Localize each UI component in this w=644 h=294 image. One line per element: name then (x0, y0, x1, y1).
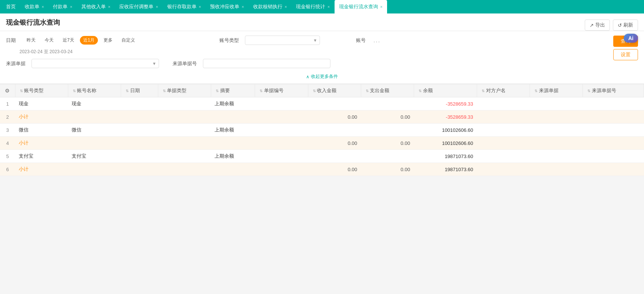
nav-other-income[interactable]: 其他收入单 × (77, 0, 115, 13)
date-btn-7days[interactable]: 近7天 (59, 36, 78, 45)
col-date[interactable]: ⇅ 日期 (121, 84, 158, 97)
source-doc-chevron: ▾ (153, 61, 156, 66)
date-options: 昨天 今天 近7天 近1月 更多 自定义 (23, 36, 138, 45)
row-doc-type-2 (158, 124, 211, 137)
col-expense-sort: ⇅ (366, 89, 369, 93)
row-summary-1 (211, 110, 255, 124)
col-income[interactable]: ⇅ 收入金额 (308, 84, 361, 97)
refresh-button[interactable]: ↺ 刷新 (613, 19, 638, 31)
row-doc-type-3 (158, 137, 211, 150)
row-date-5 (121, 163, 158, 176)
row-counterpart-1 (477, 110, 530, 124)
date-btn-1month[interactable]: 近1月 (80, 36, 98, 45)
account-more-dots[interactable]: ... (373, 37, 380, 44)
account-type-chevron: ▾ (314, 37, 317, 43)
row-summary-4: 上期余额 (211, 150, 255, 163)
nav-receipt-close[interactable]: × (42, 0, 44, 13)
col-doc-no-label: 单据编号 (264, 88, 284, 93)
table-row: 4 小计 0.00 0.00 100102606.60 (0, 137, 644, 150)
col-account-name[interactable]: ⇅ 账号名称 (68, 84, 121, 97)
row-counterpart-0 (477, 97, 530, 110)
gear-icon[interactable]: ⚙ (5, 88, 10, 94)
date-btn-today[interactable]: 今天 (41, 36, 57, 45)
row-summary-3 (211, 137, 255, 150)
col-source-doc[interactable]: ⇅ 来源单据 (530, 84, 583, 97)
row-expense-2 (361, 124, 414, 137)
export-button[interactable]: ↗ 导出 (585, 19, 610, 31)
table-area: ⚙ ⇅ 账号类型 ⇅ 账号名称 ⇅ 日期 ⇅ 单据类型 (0, 84, 644, 176)
nav-collection[interactable]: 收款核销执行 × (249, 0, 291, 13)
row-num-4: 5 (0, 150, 15, 163)
nav-cash-stats-close[interactable]: × (327, 0, 330, 13)
row-account-type-5: 小计 (15, 163, 68, 176)
row-source-doc-no-0 (583, 97, 644, 110)
col-doc-type-label: 单据类型 (167, 88, 186, 93)
nav-prepaid[interactable]: 预收冲应收单 × (206, 0, 248, 13)
ai-badge[interactable]: Ai (624, 34, 638, 43)
nav-other-income-close[interactable]: × (108, 0, 110, 13)
nav-home-label: 首页 (6, 0, 16, 13)
setting-button[interactable]: 设置 (613, 49, 638, 60)
col-source-doc-no[interactable]: ⇅ 来源单据号 (583, 84, 644, 97)
col-summary[interactable]: ⇅ 摘要 (211, 84, 255, 97)
top-nav: 首页 收款单 × 付款单 × 其他收入单 × 应收应付调整单 × 银行存取款单 … (0, 0, 644, 13)
col-settings[interactable]: ⚙ (0, 84, 15, 97)
nav-adjustment-close[interactable]: × (156, 0, 158, 13)
source-doc-no-input[interactable] (203, 59, 330, 68)
col-summary-sort: ⇅ (216, 89, 219, 93)
nav-cash-flow-close[interactable]: × (380, 0, 383, 13)
nav-cash-stats[interactable]: 现金银行统计 × (291, 0, 334, 13)
nav-bank-deposit[interactable]: 银行存取款单 × (163, 0, 206, 13)
source-doc-select[interactable]: ▾ (32, 59, 159, 68)
nav-collection-close[interactable]: × (285, 0, 287, 13)
row-balance-2: 100102606.60 (414, 124, 477, 137)
nav-bank-deposit-label: 银行存取款单 (167, 0, 197, 13)
col-counterpart-label: 对方户名 (486, 88, 506, 93)
date-btn-yesterday[interactable]: 昨天 (23, 36, 39, 45)
nav-bank-deposit-close[interactable]: × (199, 0, 201, 13)
nav-home[interactable]: 首页 (2, 0, 20, 13)
row-account-type-4: 支付宝 (15, 150, 68, 163)
nav-payment-close[interactable]: × (70, 0, 72, 13)
col-counterpart[interactable]: ⇅ 对方户名 (477, 84, 530, 97)
col-balance[interactable]: ⇅ 余额 (414, 84, 477, 97)
col-doc-type-sort: ⇅ (163, 89, 166, 93)
date-btn-custom[interactable]: 自定义 (118, 36, 138, 45)
nav-payment[interactable]: 付款单 × (48, 0, 77, 13)
row-income-2 (308, 124, 361, 137)
col-doc-type[interactable]: ⇅ 单据类型 (158, 84, 211, 97)
nav-cash-stats-label: 现金银行统计 (296, 0, 325, 13)
row-num-0: 1 (0, 97, 15, 110)
collapse-bar[interactable]: ∧ 收起更多条件 (6, 72, 638, 81)
date-btn-more[interactable]: 更多 (100, 36, 116, 45)
row-doc-no-3 (255, 137, 308, 150)
nav-prepaid-close[interactable]: × (242, 0, 244, 13)
col-account-type-sort: ⇅ (20, 89, 23, 93)
row-account-type-1: 小计 (15, 110, 68, 124)
row-source-doc-0 (530, 97, 583, 110)
col-doc-no[interactable]: ⇅ 单据编号 (255, 84, 308, 97)
nav-receipt[interactable]: 收款单 × (20, 0, 48, 13)
row-date-3 (121, 137, 158, 150)
row-doc-type-5 (158, 163, 211, 176)
col-doc-no-sort: ⇅ (260, 89, 263, 93)
row-counterpart-2 (477, 124, 530, 137)
row-expense-0 (361, 97, 414, 110)
col-expense[interactable]: ⇅ 支出金额 (361, 84, 414, 97)
row-source-doc-1 (530, 110, 583, 124)
nav-adjustment[interactable]: 应收应付调整单 × (115, 0, 162, 13)
row-account-name-3 (68, 137, 121, 150)
col-account-type[interactable]: ⇅ 账号类型 (15, 84, 68, 97)
row-summary-5 (211, 163, 255, 176)
source-doc-no-label: 来源单据号 (173, 60, 197, 67)
table-row: 1 现金 现金 上期余额 -3528659.33 (0, 97, 644, 110)
row-num-2: 3 (0, 124, 15, 137)
table-row: 3 微信 微信 上期余额 100102606.60 (0, 124, 644, 137)
header-actions: ↗ 导出 ↺ 刷新 (585, 18, 638, 31)
row-expense-1: 0.00 (361, 110, 414, 124)
row-date-0 (121, 97, 158, 110)
account-type-select[interactable]: ▾ (245, 36, 320, 45)
nav-cash-flow[interactable]: 现金银行流水查询 × (335, 0, 387, 13)
row-income-1: 0.00 (308, 110, 361, 124)
export-label: 导出 (595, 22, 605, 28)
